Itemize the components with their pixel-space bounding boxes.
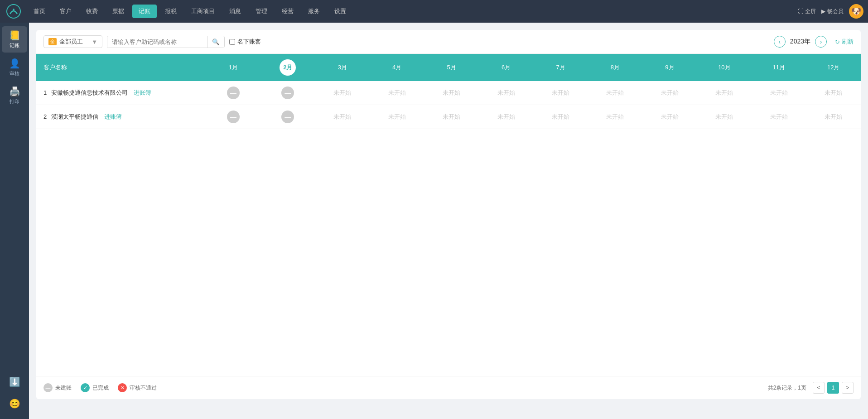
search-button[interactable]: 🔍 — [207, 36, 224, 48]
sidebar-item-user-face[interactable]: 😊 — [2, 395, 27, 413]
client-name-text: 安徽畅捷通信息技术有限公司 — [51, 89, 128, 96]
nav-manage[interactable]: 管理 — [249, 5, 274, 18]
employee-select[interactable]: 全 全部员工 ▼ — [43, 35, 102, 48]
month-cell-7: 未开始 — [533, 81, 588, 105]
pagination-info: 共2条记录，1页 — [768, 384, 806, 392]
download-icon: ⬇️ — [9, 376, 20, 387]
year-display: 2023年 — [790, 38, 810, 46]
status-not-started: 未开始 — [388, 89, 406, 96]
sidebar-item-bookkeeping[interactable]: 📒 记账 — [2, 26, 27, 53]
user-avatar[interactable]: 🐶 — [849, 4, 863, 19]
nav-home[interactable]: 首页 — [27, 5, 52, 18]
nav-menu: 首页 客户 收费 票据 记账 报税 工商项目 消息 管理 经营 服务 设置 — [27, 5, 798, 18]
nav-settings[interactable]: 设置 — [328, 5, 352, 18]
th-client-name: 客户名称 — [36, 54, 206, 81]
member-icon: ▶ — [821, 8, 825, 14]
my-accounts-checkbox-label[interactable]: 名下账套 — [229, 38, 261, 46]
status-not-started: 未开始 — [497, 113, 515, 120]
fullscreen-label: 全屏 — [805, 8, 816, 15]
month-cell-1: — — [206, 105, 260, 129]
refresh-button[interactable]: ↻ 刷新 — [835, 38, 854, 46]
th-month-11: 11月 — [752, 54, 806, 81]
my-accounts-checkbox[interactable] — [229, 39, 235, 45]
status-not-started: 未开始 — [715, 89, 733, 96]
status-not-started: 未开始 — [443, 89, 460, 96]
nav-bookkeeping[interactable]: 记账 — [132, 5, 157, 18]
th-month-10: 10月 — [697, 54, 752, 81]
th-month-9: 9月 — [642, 54, 697, 81]
month-cell-9: 未开始 — [642, 81, 697, 105]
legend-not-created: — 未建账 — [43, 383, 72, 392]
month-cell-4: 未开始 — [370, 105, 424, 129]
member-button[interactable]: ▶ 畅会员 — [821, 8, 844, 15]
data-table: 客户名称 1月 2月 3月 4月 5月 6月 7月 8月 9月 — [36, 54, 861, 376]
nav-billing[interactable]: 收费 — [80, 5, 104, 18]
dropdown-arrow-icon: ▼ — [92, 39, 97, 45]
month-cell-6: 未开始 — [479, 105, 533, 129]
month-cell-11: 未开始 — [752, 81, 806, 105]
next-year-button[interactable]: › — [815, 36, 827, 48]
status-not-started: 未开始 — [606, 89, 624, 96]
sidebar-bottom: ⬇️ 😊 — [2, 373, 27, 419]
legend: — 未建账 ✓ 已完成 ✕ 审核不通过 — [43, 383, 157, 392]
month-cell-7: 未开始 — [533, 105, 588, 129]
fullscreen-button[interactable]: ⛶ 全屏 — [798, 8, 816, 15]
active-month-circle: 2月 — [280, 59, 296, 76]
month-cell-2: — — [260, 81, 315, 105]
page-card: 全 全部员工 ▼ 🔍 名下账套 ‹ 2023年 › — [36, 30, 861, 399]
nav-operation[interactable]: 经营 — [275, 5, 300, 18]
status-not-started: 未开始 — [497, 89, 515, 96]
enter-ledger-link[interactable]: 进账簿 — [104, 113, 122, 120]
fullscreen-icon: ⛶ — [798, 8, 803, 14]
prev-page-button[interactable]: < — [813, 382, 825, 394]
enter-ledger-link[interactable]: 进账簿 — [134, 89, 151, 96]
nav-business[interactable]: 工商项目 — [185, 5, 221, 18]
search-input[interactable] — [107, 36, 207, 48]
footer: — 未建账 ✓ 已完成 ✕ 审核不通过 — [36, 376, 861, 399]
employee-tag-icon: 全 — [48, 38, 57, 45]
client-index: 1 — [43, 89, 47, 96]
sidebar-item-audit[interactable]: 👤 审核 — [2, 54, 27, 81]
nav-message[interactable]: 消息 — [223, 5, 247, 18]
page-1-button[interactable]: 1 — [827, 382, 839, 394]
legend-dot-teal: ✓ — [81, 383, 90, 392]
month-cell-3: 未开始 — [315, 105, 370, 129]
month-cell-3: 未开始 — [315, 81, 370, 105]
legend-label-completed: 已完成 — [92, 384, 109, 392]
nav-right-actions: ⛶ 全屏 ▶ 畅会员 🐶 — [798, 4, 863, 19]
nav-tax[interactable]: 报税 — [159, 5, 183, 18]
checkbox-text: 名下账套 — [237, 38, 261, 46]
month-cell-8: 未开始 — [588, 81, 642, 105]
month-cell-11: 未开始 — [752, 105, 806, 129]
th-month-5: 5月 — [424, 54, 478, 81]
month-cell-10: 未开始 — [697, 105, 752, 129]
status-not-started: 未开始 — [825, 113, 842, 120]
month-cell-5: 未开始 — [424, 105, 478, 129]
pagination: 共2条记录，1页 < 1 > — [768, 382, 854, 394]
nav-customer[interactable]: 客户 — [53, 5, 78, 18]
next-page-button[interactable]: > — [842, 382, 854, 394]
status-circle-grey: — — [227, 111, 240, 123]
nav-invoice[interactable]: 票据 — [106, 5, 130, 18]
month-cell-12: 未开始 — [806, 105, 861, 129]
th-month-12: 12月 — [806, 54, 861, 81]
sidebar-item-download[interactable]: ⬇️ — [2, 373, 27, 391]
status-not-started: 未开始 — [552, 113, 569, 120]
client-name-cell: 2 漠澜太平畅捷通信 进账簿 — [36, 105, 206, 129]
month-cell-1: — — [206, 81, 260, 105]
status-not-started: 未开始 — [552, 89, 569, 96]
month-cell-2: — — [260, 105, 315, 129]
status-not-started: 未开始 — [661, 89, 679, 96]
refresh-icon: ↻ — [835, 39, 840, 45]
legend-completed: ✓ 已完成 — [81, 383, 109, 392]
top-navigation: 首页 客户 收费 票据 记账 报税 工商项目 消息 管理 经营 服务 设置 ⛶ … — [0, 0, 868, 23]
prev-year-button[interactable]: ‹ — [774, 36, 786, 48]
main-layout: 📒 记账 👤 审核 🖨️ 打印 ⬇️ 😊 全 全部员工 — [0, 23, 868, 419]
legend-rejected: ✕ 审核不通过 — [118, 383, 157, 392]
nav-service[interactable]: 服务 — [302, 5, 326, 18]
client-name-cell: 1 安徽畅捷通信息技术有限公司 进账簿 — [36, 81, 206, 105]
sidebar-item-print[interactable]: 🖨️ 打印 — [2, 82, 27, 109]
table-row: 2 漠澜太平畅捷通信 进账簿 ——未开始未开始未开始未开始未开始未开始未开始未开… — [36, 105, 861, 129]
search-wrapper: 🔍 — [107, 36, 225, 48]
th-month-1: 1月 — [206, 54, 260, 81]
